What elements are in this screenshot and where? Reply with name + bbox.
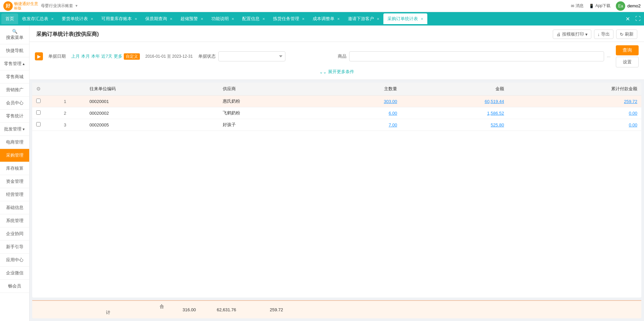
status-filter-wrap: 单据状态 [198,51,332,61]
close-icon[interactable]: ✕ [337,17,340,21]
sidebar-item-system[interactable]: 系统管理 [0,214,29,227]
app-download-button[interactable]: 📱 App下载 [589,3,610,9]
goods-label: 商品 [338,53,346,59]
th-amount: 金额 [401,83,508,96]
date-more[interactable]: 更多 [114,53,122,59]
logo-area: 好 畅捷通好生意 标版 [3,1,38,11]
sidebar-item-purchase[interactable]: 采购管理 [0,149,29,162]
row-checkbox[interactable] [32,107,45,119]
close-icon[interactable]: ✕ [170,17,172,21]
sidebar-item-wechat[interactable]: 企业微信 [0,267,29,280]
sidebar-item-new-guide[interactable]: 新手引导 [0,240,29,254]
sidebar-item-wholesale[interactable]: 批发管理 ▼ [0,123,29,136]
tab-overstock-alert[interactable]: 超储预警 ✕ [176,13,207,24]
tab-expiry-query[interactable]: 保质期查询 ✕ [141,13,176,24]
table-row: 3 00020005 好孩子 7.00 525.80 0.00 [32,119,641,131]
dropdown-arrow-icon[interactable]: ▾ [75,3,77,8]
top-bar-title: 母婴行业演示账套 ▾ [41,3,77,9]
goods-more-icon[interactable]: ··· [607,54,610,59]
sidebar-item-quicknav[interactable]: 快捷导航 [0,44,29,57]
column-settings-icon[interactable]: ⚙ [36,86,41,92]
page-header: 采购订单统计表(按供应商) 🖨 按模板打印 ▾ ↓ 导出 ↻ 刷新 [30,25,644,42]
row-amount: 1,586.52 [401,107,508,119]
sidebar-item-retail-stats[interactable]: 零售统计 [0,110,29,123]
template-print-button[interactable]: 🖨 按模板打印 ▾ [553,30,591,39]
sidebar-item-operations[interactable]: 经营管理 [0,188,29,201]
th-unit-code: 往来单位编码 [86,83,219,96]
user-area[interactable]: Ea demo2 [616,1,641,11]
main-layout: 🔍 搜索菜单 快捷导航 零售管理 ▲ 零售商城 营销推广 会员中心 零售统计 批… [0,25,644,321]
close-icon[interactable]: ✕ [201,17,203,21]
footer-quantity: 316.00 [182,307,196,312]
settings-button[interactable]: 设置 [616,57,639,67]
close-icon[interactable]: ✕ [377,17,379,21]
sidebar-item-vip[interactable]: 畅会员 [0,280,29,293]
sidebar-item-search[interactable]: 🔍 搜索菜单 [0,25,29,44]
refresh-button[interactable]: ↻ 刷新 [616,30,637,39]
close-icon[interactable]: ✕ [231,17,234,21]
filter-toggle-button[interactable]: ▶ [35,52,43,60]
sidebar-item-basic-info[interactable]: 基础信息 [0,201,29,214]
row-checkbox[interactable] [32,96,45,107]
message-icon: ✉ [571,4,574,8]
sidebar-item-app-center[interactable]: 应用中心 [0,254,29,267]
date-label: 单据日期 [48,53,66,59]
table-row: 1 00020001 惠氏奶粉 303.00 60,519.44 259.72 [32,96,641,107]
row-amount: 60,519.44 [401,96,508,107]
filter-row: ▶ 单据日期 上月 本月 本年 近7天 更多 自定义 2016-01-01 至 … [35,45,639,67]
sidebar-item-marketing[interactable]: 营销推广 [0,84,29,97]
status-select[interactable] [218,51,285,61]
date-custom-button[interactable]: 自定义 [124,53,140,60]
date-this-month[interactable]: 本月 [81,53,90,59]
expand-more-button[interactable]: ⌄⌄ 展开更多条件 [319,69,354,75]
tab-cost-adjust[interactable]: 成本调整单 ✕ [309,13,344,24]
close-icon[interactable]: ✕ [262,17,265,21]
sidebar-item-ecommerce[interactable]: 电商管理 [0,136,29,149]
row-unit-code: 00020002 [86,107,219,119]
footer-paid: 259.72 [270,307,283,312]
search-button[interactable]: 查询 [616,45,639,55]
sidebar-item-finance[interactable]: 资金管理 [0,175,29,188]
goods-input[interactable] [349,51,604,61]
tab-inventory-book[interactable]: 可用量库存账本 ✕ [97,13,141,24]
sidebar-item-retail[interactable]: 零售管理 ▲ [0,57,29,70]
chevron-up-icon: ▲ [22,62,25,66]
avatar: Ea [616,1,625,11]
sidebar-item-member[interactable]: 会员中心 [0,97,29,110]
top-bar: 好 畅捷通好生意 标版 母婴行业演示账套 ▾ ✉ 消息 📱 App下载 Ea d… [0,0,644,12]
tab-function-desc[interactable]: 功能说明 ✕ [207,13,238,24]
sidebar-item-enterprise[interactable]: 企业协同 [0,227,29,240]
close-icon[interactable]: ✕ [302,17,305,21]
tab-pick-task[interactable]: 拣货任务管理 ✕ [269,13,309,24]
tab-purchase-summary[interactable]: 采购订单统计表 ✕ [383,13,427,24]
close-icon[interactable]: ✕ [135,17,137,21]
nav-close-button[interactable]: ✕ [624,15,632,23]
table-container: ⚙ 往来单位编码 供应商 主数量 金额 累计付款金额 1 00020001 惠氏… [32,83,641,298]
nav-expand-button[interactable]: ⛶ [633,15,643,22]
tab-home[interactable]: 首页 [1,13,18,24]
chevron-down-icon: ▼ [22,127,25,131]
data-table: ⚙ 往来单位编码 供应商 主数量 金额 累计付款金额 1 00020001 惠氏… [32,83,641,131]
row-amount: 525.80 [401,119,508,131]
sidebar-item-retail-store[interactable]: 零售商城 [0,70,29,84]
th-quantity: 主数量 [318,83,401,96]
date-this-year[interactable]: 本年 [91,53,100,59]
message-button[interactable]: ✉ 消息 [571,3,584,9]
close-icon[interactable]: ✕ [51,17,54,21]
tab-invite-downstream[interactable]: 邀请下游客户 ✕ [344,13,383,24]
row-index: 1 [45,96,86,107]
tab-order-summary[interactable]: 要货单统计表 ✕ [58,13,97,24]
footer-label: 合计 [106,304,164,315]
row-quantity: 7.00 [318,119,401,131]
date-last-7-days[interactable]: 近7天 [101,53,112,59]
date-last-month[interactable]: 上月 [71,53,80,59]
close-icon[interactable]: ✕ [421,17,423,21]
row-supplier: 好孩子 [219,119,318,131]
tab-receivable[interactable]: 收发存汇总表 ✕ [18,13,58,24]
close-icon[interactable]: ✕ [91,17,93,21]
sidebar-item-inventory[interactable]: 库存核算 [0,162,29,175]
row-checkbox[interactable] [32,119,45,131]
export-button[interactable]: ↓ 导出 [594,30,614,39]
tab-config-info[interactable]: 配置信息 ✕ [238,13,269,24]
table-header: ⚙ 往来单位编码 供应商 主数量 金额 累计付款金额 [32,83,641,96]
